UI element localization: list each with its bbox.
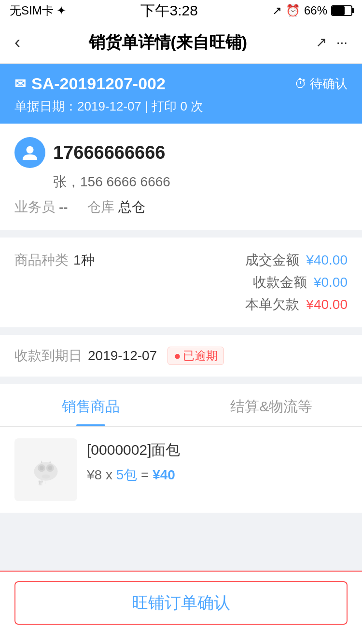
status-bar-left: 无SIM卡 ✦: [10, 3, 66, 18]
receipt-value: ¥0.00: [314, 275, 348, 290]
transaction-label: 成交金额: [245, 251, 299, 269]
overdue-section: 收款到期日 2019-12-07 ● 已逾期: [0, 335, 362, 377]
svg-point-6: [42, 475, 50, 479]
warehouse-label: 仓库: [87, 198, 114, 216]
status-bar-time: 下午3:28: [140, 1, 197, 21]
customer-name-row: 17666666666: [14, 137, 348, 168]
nav-right[interactable]: ↗ ···: [316, 34, 348, 50]
status-bar-right: ↗ ⏰ 66%: [272, 4, 352, 17]
receipt-label: 收款金额: [253, 273, 307, 292]
product-name: [0000002]面包: [87, 440, 348, 460]
warehouse-item: 仓库 总仓: [87, 198, 145, 216]
product-price-text: ¥8 x: [87, 467, 116, 482]
product-list: 群+ [0000002]面包 ¥8 x 5包 = ¥40: [0, 427, 362, 513]
order-date-value: 2019-12-07: [77, 99, 141, 113]
transaction-value: ¥40.00: [306, 252, 348, 268]
order-print-text: | 打印 0 次: [141, 99, 203, 113]
overdue-badge: ● 已逾期: [167, 347, 224, 365]
tabs-section: 销售商品 结算&物流等 群+ [0000002]面包: [0, 384, 362, 513]
overdue-label: 收款到期日: [14, 347, 82, 365]
sim-text: 无SIM卡 ✦: [10, 3, 66, 18]
customer-name-phone: 张，156 6666 6666: [14, 173, 348, 191]
product-type-label: 商品种类: [14, 251, 69, 269]
salesperson-label: 业务员: [14, 198, 55, 216]
product-price-row: ¥8 x 5包 = ¥40: [87, 466, 348, 484]
owed-label: 本单欠款: [245, 295, 299, 314]
svg-point-0: [26, 146, 33, 154]
location-icon: ↗: [272, 4, 282, 17]
order-id-text: SA-20191207-002: [31, 74, 166, 93]
product-thumb-icon: 群+: [29, 453, 63, 487]
tab-settlement[interactable]: 结算&物流等: [181, 384, 362, 426]
battery-text: 66%: [304, 4, 327, 17]
more-icon[interactable]: ···: [336, 35, 348, 50]
order-id-icon: ✉: [14, 76, 26, 92]
overdue-badge-icon: ●: [174, 349, 181, 363]
customer-phone: 17666666666: [53, 142, 165, 163]
battery-icon: [331, 5, 352, 16]
tabs-row: 销售商品 结算&物流等: [0, 384, 362, 427]
avatar: [14, 137, 45, 168]
order-status: ⏱ 待确认: [294, 75, 348, 92]
overdue-badge-text: 已逾期: [183, 348, 218, 364]
confirm-order-button[interactable]: 旺铺订单确认: [14, 581, 348, 625]
product-qty: 5包: [116, 467, 138, 482]
product-type-row: 商品种类 1种: [14, 251, 95, 269]
bottom-bar: 旺铺订单确认: [0, 571, 362, 644]
order-date-label: 单据日期：: [14, 99, 77, 113]
nav-bar: ‹ 销货单详情(来自旺铺) ↗ ···: [0, 21, 362, 64]
svg-point-5: [48, 466, 52, 470]
avatar-icon: [21, 143, 39, 162]
svg-point-4: [40, 466, 44, 470]
nav-left[interactable]: ‹: [14, 32, 20, 53]
customer-meta: 业务员 -- 仓库 总仓: [14, 198, 348, 216]
transaction-row: 成交金额 ¥40.00: [245, 251, 348, 269]
customer-section: 17666666666 张，156 6666 6666 业务员 -- 仓库 总仓: [0, 124, 362, 230]
overdue-date: 2019-12-07: [88, 348, 157, 364]
receipt-row: 收款金额 ¥0.00: [253, 273, 348, 292]
alarm-icon: ⏰: [286, 4, 300, 17]
status-text: 待确认: [310, 75, 348, 92]
warehouse-value: 总仓: [118, 198, 145, 216]
owed-value: ¥40.00: [306, 297, 348, 312]
salesperson-item: 业务员 --: [14, 198, 68, 216]
nav-title: 销货单详情(来自旺铺): [89, 31, 248, 54]
order-header: ✉ SA-20191207-002 ⏱ 待确认 单据日期：2019-12-07 …: [0, 64, 362, 124]
share-icon[interactable]: ↗: [316, 34, 327, 50]
order-date: 单据日期：2019-12-07 | 打印 0 次: [14, 98, 348, 115]
product-info: [0000002]面包 ¥8 x 5包 = ¥40: [87, 438, 348, 484]
summary-section: 商品种类 1种 成交金额 ¥40.00 收款金额 ¥0.00 本单欠款 ¥40.…: [0, 238, 362, 327]
back-button[interactable]: ‹: [14, 32, 20, 53]
owed-row: 本单欠款 ¥40.00: [245, 295, 348, 314]
order-id: ✉ SA-20191207-002: [14, 74, 166, 93]
product-type-value: 1种: [73, 251, 95, 269]
summary-left: 商品种类 1种: [14, 251, 95, 269]
status-clock-icon: ⏱: [294, 76, 307, 91]
svg-text:群+: 群+: [38, 480, 46, 486]
status-bar: 无SIM卡 ✦ 下午3:28 ↗ ⏰ 66%: [0, 0, 362, 21]
product-thumbnail: 群+: [14, 438, 77, 501]
product-equals: =: [137, 467, 153, 482]
tab-sales-product[interactable]: 销售商品: [0, 384, 181, 426]
product-total: ¥40: [153, 467, 175, 482]
order-id-row: ✉ SA-20191207-002 ⏱ 待确认: [14, 74, 348, 93]
summary-right: 成交金额 ¥40.00 收款金额 ¥0.00 本单欠款 ¥40.00: [245, 251, 348, 314]
product-item: 群+ [0000002]面包 ¥8 x 5包 = ¥40: [14, 438, 348, 501]
salesperson-value: --: [59, 199, 68, 215]
